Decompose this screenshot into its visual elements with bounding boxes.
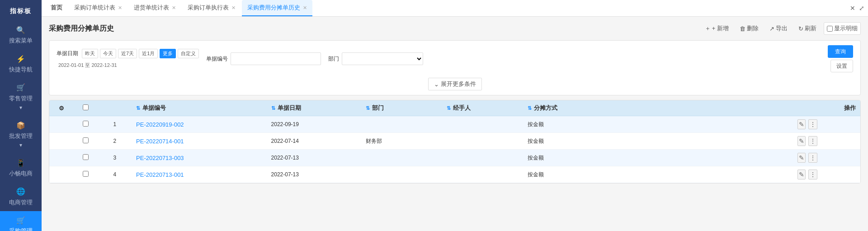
tab-expense-history[interactable]: 采购费用分摊单历史 ✕	[242, 0, 312, 16]
tab-purchase-exec[interactable]: 采购订单执行表 ✕	[182, 0, 241, 16]
dept-filter: 部门 财务部	[328, 52, 423, 65]
sidebar-item-search[interactable]: 🔍 搜索菜单	[0, 21, 42, 50]
delete-button[interactable]: 🗑 删除	[736, 23, 762, 34]
refresh-button[interactable]: ↻ 刷新	[795, 23, 820, 34]
sidebar-item-purchase[interactable]: 🛒 采购管理	[0, 211, 42, 231]
th-handler[interactable]: ⇅ 经手人	[442, 100, 523, 116]
row-handler	[442, 133, 523, 150]
row-edit-icon[interactable]: ✎	[797, 153, 806, 163]
tab-home[interactable]: 首页	[45, 0, 68, 16]
tab-close-expense-history[interactable]: ✕	[303, 5, 307, 11]
date-btn-more[interactable]: 更多	[160, 49, 176, 58]
sidebar-item-retail[interactable]: 🛒 零售管理 ▾	[0, 78, 42, 116]
row-settings-cell	[49, 150, 74, 166]
gear-icon[interactable]: ⚙	[59, 105, 64, 112]
expand-filter-button[interactable]: ⌄ 展开更多条件	[428, 78, 482, 90]
row-action: ✎ ⋮	[793, 133, 860, 150]
export-icon: ↗	[769, 25, 774, 32]
row-date: 2022-07-13	[267, 166, 361, 183]
row-checkbox-cell	[74, 150, 98, 166]
sort-icon-method: ⇅	[528, 105, 532, 111]
tab-close-purchase-exec[interactable]: ✕	[231, 5, 236, 11]
date-btn-1month[interactable]: 近1月	[139, 49, 158, 58]
select-all-checkbox[interactable]	[83, 104, 89, 110]
sidebar-item-mini[interactable]: 📱 小畅电商	[0, 154, 42, 183]
row-checkbox[interactable]	[83, 121, 89, 127]
th-dept[interactable]: ⇅ 部门	[361, 100, 442, 116]
ecommerce-icon: 🌐	[16, 187, 25, 197]
row-dept: 财务部	[361, 133, 442, 150]
doc-no-filter: 单据编号	[206, 52, 321, 65]
dept-select[interactable]: 财务部	[342, 52, 423, 65]
row-doc-no-link[interactable]: PE-20220713-001	[136, 171, 184, 178]
expand-window-icon[interactable]: ⤢	[859, 5, 864, 12]
row-date: 2022-09-19	[267, 116, 361, 133]
row-edit-icon[interactable]: ✎	[797, 119, 806, 129]
th-seq	[98, 100, 132, 116]
sort-icon-handler: ⇅	[447, 105, 451, 111]
sidebar-logo: 指标板	[10, 4, 32, 21]
table-row: 1 PE-20220919-002 2022-09-19 按金额 ✎ ⋮	[49, 116, 860, 133]
refresh-icon: ↻	[798, 25, 803, 32]
row-more-icon[interactable]: ⋮	[808, 119, 817, 129]
row-edit-icon[interactable]: ✎	[797, 170, 806, 179]
row-more-icon[interactable]: ⋮	[808, 153, 817, 163]
th-method[interactable]: ⇅ 分摊方式	[523, 100, 793, 116]
export-button[interactable]: ↗ 导出	[766, 23, 791, 34]
row-method: 按金额	[523, 133, 793, 150]
row-more-icon[interactable]: ⋮	[808, 136, 817, 146]
sidebar-item-quicknav[interactable]: ⚡ 快捷导航	[0, 50, 42, 79]
date-btn-today[interactable]: 今天	[100, 49, 116, 58]
row-seq: 3	[98, 150, 132, 166]
row-doc-no-link[interactable]: PE-20220713-003	[136, 155, 184, 161]
row-dept	[361, 166, 442, 183]
date-btn-custom[interactable]: 自定义	[178, 49, 199, 58]
row-dept	[361, 150, 442, 166]
add-icon: ＋	[705, 24, 711, 33]
main-area: 首页 采购订单统计表 ✕ 进货单统计表 ✕ 采购订单执行表 ✕ 采购费用分摊单历…	[42, 0, 868, 231]
row-checkbox[interactable]	[83, 171, 89, 177]
tab-close-purchase-summary[interactable]: ✕	[118, 5, 122, 11]
show-col-button[interactable]: 显示明细	[824, 22, 861, 35]
filter-area: 单据日期 昨天 今天 近7天 近1月 更多 自定义 2022-01-01 至 2…	[49, 40, 861, 95]
row-edit-icon[interactable]: ✎	[797, 136, 806, 146]
data-table: ⚙ ⇅ 单据编号 ⇅ 单据日期	[49, 100, 860, 183]
toolbar: ＋ + 新增 🗑 删除 ↗ 导出 ↻ 刷新 显示明细	[701, 22, 861, 35]
doc-no-input[interactable]	[231, 52, 321, 65]
table-header-row: ⚙ ⇅ 单据编号 ⇅ 单据日期	[49, 100, 860, 116]
table-row: 2 PE-20220714-001 2022-07-14 财务部 按金额 ✎ ⋮	[49, 133, 860, 150]
row-doc-no-link[interactable]: PE-20220919-002	[136, 121, 184, 128]
th-date[interactable]: ⇅ 单据日期	[267, 100, 361, 116]
row-checkbox-cell	[74, 116, 98, 133]
row-doc-no-link[interactable]: PE-20220714-001	[136, 138, 184, 145]
add-button[interactable]: ＋ + 新增	[701, 23, 732, 34]
setting-button[interactable]: 设置	[830, 60, 853, 72]
show-col-checkbox[interactable]	[827, 26, 833, 32]
close-window-icon[interactable]: ✕	[850, 5, 855, 12]
row-handler	[442, 116, 523, 133]
row-handler	[442, 150, 523, 166]
sort-icon-date: ⇅	[271, 105, 275, 111]
query-button[interactable]: 查询	[828, 45, 853, 58]
date-filter-label: 单据日期	[57, 50, 78, 57]
wholesale-icon: 📦	[16, 121, 25, 131]
row-checkbox[interactable]	[83, 154, 89, 160]
tab-close-inbound-summary[interactable]: ✕	[172, 5, 176, 11]
row-checkbox[interactable]	[83, 137, 89, 143]
row-more-icon[interactable]: ⋮	[808, 170, 817, 179]
date-btn-7days[interactable]: 近7天	[118, 49, 137, 58]
th-doc-no[interactable]: ⇅ 单据编号	[132, 100, 267, 116]
sidebar-item-wholesale[interactable]: 📦 批发管理 ▾	[0, 116, 42, 154]
date-buttons: 昨天 今天 近7天 近1月 更多 自定义	[82, 49, 199, 58]
tab-inbound-summary[interactable]: 进货单统计表 ✕	[128, 0, 181, 16]
date-btn-yesterday[interactable]: 昨天	[82, 49, 98, 58]
row-seq: 2	[98, 133, 132, 150]
retail-icon: 🛒	[16, 83, 25, 93]
row-handler	[442, 166, 523, 183]
row-action: ✎ ⋮	[793, 166, 860, 183]
row-seq: 4	[98, 166, 132, 183]
row-date: 2022-07-14	[267, 133, 361, 150]
tab-purchase-summary[interactable]: 采购订单统计表 ✕	[69, 0, 127, 16]
th-settings[interactable]: ⚙	[49, 100, 74, 116]
sidebar-item-ecommerce[interactable]: 🌐 电商管理	[0, 182, 42, 211]
